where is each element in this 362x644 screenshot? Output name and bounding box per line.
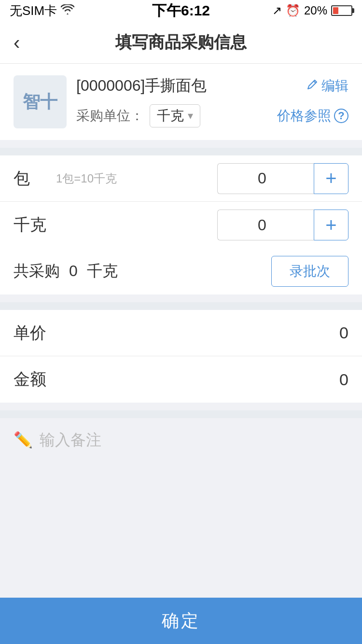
note-placeholder: 输入备注 [40, 430, 101, 451]
bag-plus-button[interactable]: + [314, 163, 348, 194]
price-section: 单价 0 金额 0 [0, 310, 362, 403]
summary-unit: 千克 [87, 262, 118, 280]
amount-row: 金额 0 [0, 356, 362, 403]
section-divider-2 [0, 302, 362, 310]
price-reference-button[interactable]: 价格参照 ? [277, 107, 348, 125]
bag-input-row: 包 1包=10千克 + [0, 155, 362, 202]
back-button[interactable]: ‹ [14, 33, 20, 52]
help-icon: ? [334, 109, 348, 123]
pencil-icon: ✏️ [14, 431, 33, 449]
bag-sub-label: 1包=10千克 [56, 171, 217, 186]
main-content: 智十 [0000006]手撕面包 编辑 采购单位： [0, 64, 362, 573]
bag-label: 包 [14, 168, 52, 190]
battery-icon [331, 5, 352, 16]
product-card: 智十 [0000006]手撕面包 编辑 采购单位： [0, 64, 362, 140]
kg-plus-button[interactable]: + [314, 210, 348, 240]
confirm-button[interactable]: 确定 [0, 598, 362, 644]
signal-text: 无SIM卡 [10, 2, 57, 19]
status-left: 无SIM卡 [10, 2, 74, 19]
product-thumbnail: 智十 [14, 75, 67, 128]
unit-price-row: 单价 0 [0, 310, 362, 356]
wifi-icon [61, 3, 74, 18]
product-info: [0000006]手撕面包 编辑 采购单位： 千克 ▾ [76, 75, 348, 127]
amount-label: 金额 [14, 368, 46, 391]
bag-quantity-input[interactable] [217, 163, 314, 194]
kg-input-wrap: + [217, 210, 348, 240]
quantity-section: 包 1包=10千克 + 千克 + [0, 155, 362, 248]
summary-text-wrap: 共采购 0 千克 [14, 261, 118, 282]
kg-plus-icon: + [325, 214, 336, 236]
chevron-down-icon: ▾ [188, 110, 193, 122]
product-unit-row: 采购单位： 千克 ▾ 价格参照 ? [76, 104, 348, 127]
summary-section: 共采购 0 千克 录批次 [0, 248, 362, 294]
bag-input-wrap: + [217, 163, 348, 194]
kg-label: 千克 [14, 214, 52, 236]
summary-amount: 0 [69, 262, 78, 280]
status-time: 下午6:12 [152, 1, 210, 21]
note-section[interactable]: ✏️ 输入备注 [0, 418, 362, 573]
product-code: [0000006] [76, 77, 145, 94]
edit-label: 编辑 [321, 77, 348, 95]
unit-price-label: 单价 [14, 322, 46, 344]
battery-percentage: 20% [304, 4, 327, 17]
product-name: [0000006]手撕面包 [76, 75, 207, 97]
unit-select-dropdown[interactable]: 千克 ▾ [150, 104, 200, 127]
unit-value: 千克 [157, 107, 184, 125]
product-title: 手撕面包 [145, 77, 207, 94]
nav-bar: ‹ 填写商品采购信息 [0, 21, 362, 64]
product-name-row: [0000006]手撕面包 编辑 [76, 75, 348, 97]
page-title: 填写商品采购信息 [115, 31, 247, 54]
confirm-label: 确定 [162, 609, 200, 633]
product-logo: 智十 [23, 90, 57, 114]
batch-label: 录批次 [290, 262, 330, 280]
unit-label: 采购单位： [76, 107, 144, 125]
section-divider-3 [0, 410, 362, 418]
status-bar: 无SIM卡 下午6:12 ↗ ⏰ 20% [0, 0, 362, 21]
alarm-icon: ⏰ [286, 4, 300, 17]
gps-icon: ↗ [272, 4, 282, 17]
kg-input-row: 千克 + [0, 202, 362, 248]
plus-icon: + [325, 168, 336, 189]
unit-selector-wrap: 采购单位： 千克 ▾ [76, 104, 200, 127]
kg-quantity-input[interactable] [217, 210, 314, 240]
section-divider-1 [0, 148, 362, 155]
amount-value: 0 [339, 370, 348, 389]
batch-button[interactable]: 录批次 [271, 256, 348, 287]
status-right: ↗ ⏰ 20% [272, 4, 352, 17]
unit-price-value: 0 [339, 323, 348, 342]
edit-button[interactable]: 编辑 [306, 77, 348, 95]
price-ref-label: 价格参照 [277, 107, 331, 125]
summary-prefix: 共采购 [14, 262, 60, 280]
